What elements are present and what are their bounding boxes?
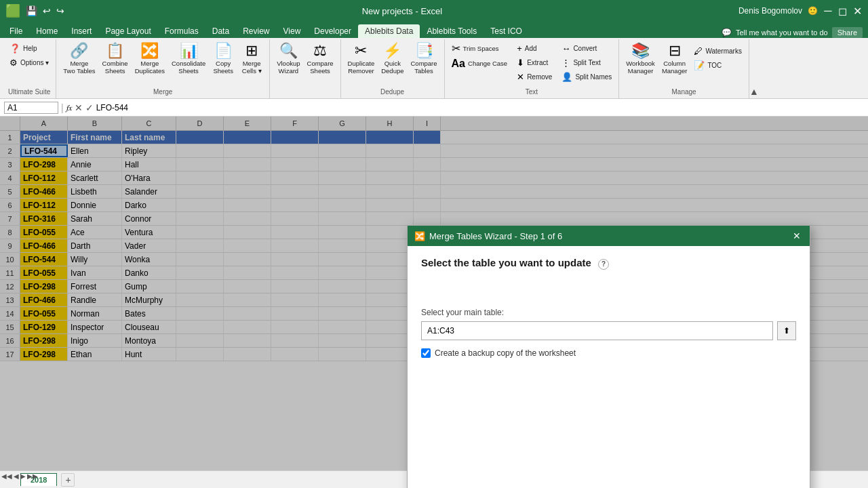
sheet-nav-prev[interactable]: ◀ [14, 472, 19, 480]
help-icon: ❓ [9, 43, 20, 54]
combine-sheets-button[interactable]: 📋 CombineSheets [100, 42, 131, 77]
formula-cancel[interactable]: ✕ [75, 102, 83, 113]
tab-review[interactable]: Review [236, 24, 276, 38]
toc-label: TOC [707, 62, 722, 69]
tab-page-layout[interactable]: Page Layout [98, 24, 157, 38]
tab-developer[interactable]: Developer [307, 24, 358, 38]
sheet-nav-next[interactable]: ▶ [20, 472, 26, 480]
column-manager-button[interactable]: ⊟ ColumnManager [659, 42, 690, 77]
options-button[interactable]: ⚙Options ▾ [7, 56, 52, 69]
formula-bar: | 𝑓𝑥 ✕ ✓ [0, 99, 868, 117]
column-manager-label: ColumnManager [662, 60, 688, 75]
table-range-row: ⬆ [421, 321, 796, 340]
tab-ablebits-tools[interactable]: Ablebits Tools [420, 24, 484, 38]
table-range-picker-button[interactable]: ⬆ [777, 321, 796, 340]
compare-tables-button[interactable]: 📑 CompareTables [408, 42, 439, 77]
share-button[interactable]: Share [832, 27, 863, 38]
vlookup-label: VlookupWizard [277, 60, 300, 75]
split-text-icon: ⋮ [561, 58, 570, 68]
tab-formulas[interactable]: Formulas [158, 24, 205, 38]
ribbon-group-vlookup: 🔍 VlookupWizard ⚖ CompareSheets [270, 39, 340, 98]
formula-input[interactable] [96, 103, 864, 113]
vlookup-wizard-button[interactable]: 🔍 VlookupWizard [274, 42, 302, 77]
tab-home[interactable]: Home [29, 24, 64, 38]
split-names-icon: 👤 [561, 72, 572, 82]
compare-sheets-icon: ⚖ [313, 43, 327, 58]
tab-view[interactable]: View [277, 24, 308, 38]
copy-sheets-button[interactable]: 📄 CopySheets [210, 42, 237, 77]
redo-button[interactable]: ↪ [55, 4, 66, 18]
cell-reference-box[interactable] [4, 102, 58, 114]
tab-test-ico[interactable]: Test ICO [484, 24, 529, 38]
spreadsheet-area: A B C D E F G H I 1ProjectFirst nameLast… [0, 117, 868, 470]
tab-file[interactable]: File [3, 24, 29, 38]
ribbon-tabs: File Home Insert Page Layout Formulas Da… [0, 22, 868, 38]
split-text-button[interactable]: ⋮Split Text [559, 56, 614, 69]
ribbon-collapse-button[interactable]: ▲ [749, 86, 759, 97]
backup-checkbox-label: Create a backup copy of the worksheet [435, 348, 576, 358]
dialog-titlebar-left: 🔀 Merge Tables Wizard - Step 1 of 6 [414, 231, 562, 241]
sheet-nav: ◀◀ ◀ ▶ ▶▶ [1, 472, 38, 480]
add-label: Add [525, 45, 537, 52]
dialog-close-button[interactable]: ✕ [791, 230, 803, 242]
close-button[interactable]: ✕ [853, 6, 863, 16]
merge-group-label: Merge [153, 88, 172, 97]
two-tables-merge-label: MergeTwo Tables [63, 60, 95, 75]
minimize-button[interactable]: ─ [823, 6, 833, 16]
extract-button[interactable]: ⬇Extract [514, 56, 555, 69]
duplicate-remover-icon: ✂ [355, 43, 367, 58]
workbook-manager-label: WorkbookManager [626, 60, 655, 75]
undo-button[interactable]: ↩ [41, 4, 52, 18]
merge-cells-button[interactable]: ⊞ MergeCells ▾ [238, 42, 265, 77]
split-names-button[interactable]: 👤Split Names [559, 70, 614, 83]
two-tables-merge-button[interactable]: 🔗 MergeTwo Tables [60, 42, 98, 77]
compare-sheets-button[interactable]: ⚖ CompareSheets [304, 42, 336, 77]
function-wizard-icon[interactable]: 𝑓𝑥 [66, 103, 72, 113]
quick-dedupe-button[interactable]: ⚡ QuickDedupe [378, 42, 406, 77]
workbook-manager-button[interactable]: 📚 WorkbookManager [623, 42, 658, 77]
add-sheet-button[interactable]: + [61, 473, 75, 487]
toc-icon: 📝 [694, 60, 705, 70]
trim-spaces-label: Trim Spaces [463, 45, 499, 52]
remove-label: Remove [527, 73, 552, 81]
merge-duplicates-label: MergeDuplicates [135, 60, 165, 75]
convert-button[interactable]: ↔Convert [559, 42, 614, 55]
backup-checkbox[interactable] [421, 348, 431, 358]
sheet-nav-last[interactable]: ▶▶ [27, 472, 38, 480]
add-button[interactable]: +Add [514, 42, 555, 55]
tell-me-text[interactable]: Tell me what you want to do [736, 28, 828, 37]
merge-duplicates-button[interactable]: 🔀 MergeDuplicates [132, 42, 167, 77]
remove-button[interactable]: ✕Remove [514, 70, 555, 83]
title-bar-right: Denis Bogomolov 🙂 ─ ◻ ✕ [738, 6, 863, 16]
add-icon: + [517, 43, 522, 54]
help-button[interactable]: ❓Help [7, 42, 52, 55]
tab-data[interactable]: Data [205, 24, 236, 38]
change-case-button[interactable]: Aa Change Case [449, 57, 511, 70]
table-selection-label: Select your main table: [421, 308, 796, 317]
watermarks-icon: 🖊 [694, 46, 703, 56]
consolidate-sheets-button[interactable]: 📊 ConsolidateSheets [169, 42, 208, 77]
change-case-label: Change Case [468, 60, 507, 67]
dialog-help-icon[interactable]: ? [598, 259, 609, 270]
trim-spaces-button[interactable]: ✂ Trim Spaces [449, 42, 511, 56]
dialog-body: Select the table you want to update ? Se… [408, 246, 810, 488]
range-picker-icon: ⬆ [783, 326, 790, 336]
tab-insert[interactable]: Insert [64, 24, 98, 38]
save-button[interactable]: 💾 [24, 4, 39, 18]
split-text-label: Split Text [573, 59, 600, 66]
table-range-input[interactable] [421, 321, 773, 340]
ribbon-group-help: ❓Help ⚙Options ▾ Ultimate Suite [3, 39, 56, 98]
formula-confirm[interactable]: ✓ [85, 102, 94, 113]
duplicate-remover-label: DuplicateRemover [348, 60, 375, 75]
ribbon-group-merge: 🔗 MergeTwo Tables 📋 CombineSheets 🔀 Merg… [56, 39, 270, 98]
dialog-title: Merge Tables Wizard - Step 1 of 6 [429, 231, 562, 241]
watermarks-button[interactable]: 🖊Watermarks [691, 45, 745, 58]
tab-ablebits-data[interactable]: Ablebits Data [358, 24, 420, 38]
toc-button[interactable]: 📝TOC [691, 59, 745, 72]
duplicate-remover-button[interactable]: ✂ DuplicateRemover [345, 42, 378, 77]
compare-tables-icon: 📑 [415, 43, 433, 58]
consolidate-sheets-icon: 📊 [180, 43, 198, 58]
restore-button[interactable]: ◻ [838, 6, 848, 16]
quick-dedupe-label: QuickDedupe [381, 60, 403, 75]
sheet-nav-first[interactable]: ◀◀ [1, 472, 12, 480]
